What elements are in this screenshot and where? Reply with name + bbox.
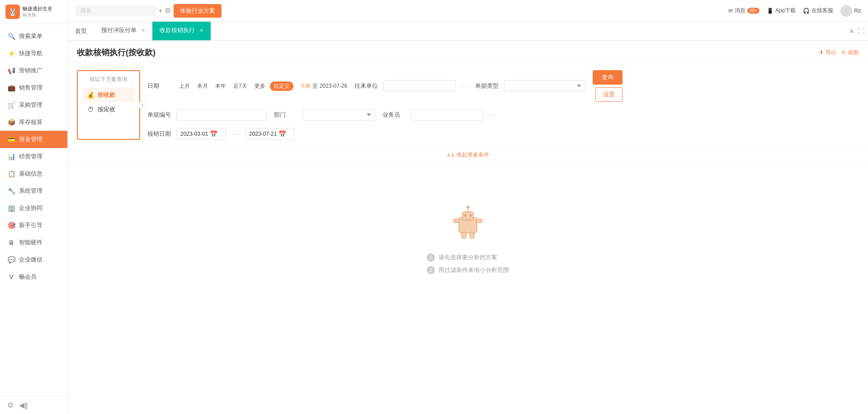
collapse-up-icon: ∧∧ <box>447 152 455 158</box>
sidebar-item-system[interactable]: 🔧 系统管理 <box>0 182 67 200</box>
page-header-actions: ⬆ 导出 ↻ 刷新 <box>819 49 859 57</box>
sidebar-item-hardware[interactable]: 🖥 智能硬件 <box>0 234 67 251</box>
query-button[interactable]: 查询 <box>593 70 623 85</box>
tip-text-2: 用过滤条件来缩小分析范围 <box>439 266 509 274</box>
svg-point-5 <box>469 214 472 217</box>
staff-input[interactable] <box>411 109 484 121</box>
doc-no-label: 单据编号 <box>147 111 173 119</box>
header-gear-icon[interactable]: ⚙ <box>165 6 171 15</box>
date-label: 日期 <box>147 82 173 90</box>
sidebar-icon-member: V <box>7 273 15 281</box>
export-icon: ⬆ <box>819 49 824 56</box>
date-range-separator: — <box>232 130 239 138</box>
tab-prepay-close[interactable]: ✕ <box>141 28 145 33</box>
message-label: 消息 <box>735 7 745 14</box>
app-logo-icon: 🐰 <box>5 5 20 19</box>
sidebar-bottom: ⚙ ◀‖ <box>0 396 67 414</box>
date-tab-this-year[interactable]: 本年 <box>212 81 229 91</box>
sidebar-item-quick-nav[interactable]: ⚡ 快捷导航 <box>0 45 67 62</box>
filter-option-by-receivable[interactable]: ⏱ 按应收 <box>82 102 135 117</box>
settings-bottom-icon[interactable]: ⚙ <box>7 401 14 409</box>
date-tab-7days[interactable]: 近7天 <box>231 81 250 91</box>
filter-row-1: 日期 上月 本月 本年 近7天 更多 自定义 <box>147 70 859 102</box>
header-dropdown-icon[interactable]: ▾ <box>159 8 162 14</box>
svg-point-4 <box>464 214 467 217</box>
staff-more-icon[interactable]: ··· <box>487 111 496 119</box>
staff-label: 业务员 <box>382 111 408 119</box>
writeoff-date-end[interactable]: 2023-07-21 📅 <box>245 128 295 140</box>
message-badge: 99+ <box>747 8 760 14</box>
app-download-link[interactable]: 📱 App下载 <box>767 7 796 14</box>
tab-bar-right: ✕ ⛶ <box>849 22 868 40</box>
sidebar-icon-finance: 💳 <box>7 135 15 143</box>
sidebar-item-cooperation[interactable]: 🏢 企业协同 <box>0 200 67 217</box>
industry-btn[interactable]: 体验行业方案 <box>174 4 222 18</box>
app-subtitle: 标准版 <box>23 12 52 18</box>
sidebar-item-guide[interactable]: 🎯 新手引导 <box>0 217 67 234</box>
svg-text:🐰: 🐰 <box>8 8 17 16</box>
date-tab-custom[interactable]: 自定义 <box>270 81 293 91</box>
sidebar-item-marketing[interactable]: 📢 营销推广 <box>0 62 67 79</box>
sidebar-item-wechat[interactable]: 💬 企业微信 <box>0 251 67 268</box>
date-tab-more[interactable]: 更多 <box>252 81 268 91</box>
tab-prepay[interactable]: 预付冲应付单 ✕ <box>94 22 152 40</box>
tab-home[interactable]: 首页 <box>68 22 94 40</box>
calendar-end-icon: 📅 <box>278 130 286 138</box>
user-area[interactable]: Rit <box>840 5 861 17</box>
receipt-icon: 💰 <box>86 90 95 100</box>
doc-type-select[interactable] <box>504 80 585 92</box>
sidebar-item-basic-info[interactable]: 📋 基础信息 <box>0 165 67 182</box>
filter-panel-collapse-btn[interactable]: « <box>138 101 146 109</box>
sidebar-icon-wechat: 💬 <box>7 256 15 264</box>
sidebar-item-operations[interactable]: 📊 经营管理 <box>0 148 67 165</box>
sidebar-label-operations: 经营管理 <box>19 152 42 161</box>
contact-input[interactable] <box>383 80 456 92</box>
svg-rect-8 <box>462 232 466 238</box>
collapse-sidebar-icon[interactable]: ◀‖ <box>19 401 28 409</box>
date-tab-last-month[interactable]: 上月 <box>176 81 193 91</box>
online-service-link[interactable]: 🎧 在线客服 <box>803 7 833 14</box>
sidebar-item-inventory[interactable]: 📦 库存核算 <box>0 114 67 131</box>
sidebar-label-marketing: 营销推广 <box>19 67 42 75</box>
sidebar-label-finance: 资金管理 <box>19 135 42 143</box>
sidebar-icon-inventory: 📦 <box>7 118 15 126</box>
sidebar-item-member[interactable]: V 畅会员 <box>0 268 67 286</box>
sidebar-nav: 🔍 搜索菜单 ⚡ 快捷导航 📢 营销推广 💼 销售管理 🛒 采购管理 📦 库存核… <box>0 24 67 396</box>
search-box[interactable]: 搜索 <box>75 5 156 16</box>
sidebar-item-finance[interactable]: 💳 资金管理 <box>0 131 67 148</box>
filter-left-panel: 按以下方案查询 💰 按收款 ⏱ 按应收 « <box>77 70 140 140</box>
doc-type-filter-group: 单据类型 <box>475 80 585 92</box>
filter-option-by-receipt[interactable]: 💰 按收款 <box>82 88 135 102</box>
writeoff-end-value: 2023-07-21 <box>249 131 277 137</box>
collapse-more-btn[interactable]: ∧∧ 收起更多条件 <box>447 151 489 159</box>
date-tab-this-month[interactable]: 本月 <box>194 81 211 91</box>
writeoff-date-start[interactable]: 2023-03-01 📅 <box>176 128 226 140</box>
sidebar-item-purchase[interactable]: 🛒 采购管理 <box>0 96 67 114</box>
home-tab-label: 首页 <box>75 27 87 35</box>
filter-fields: 日期 上月 本月 本年 近7天 更多 自定义 <box>147 70 859 140</box>
empty-tip-1: 1 请先选择要分析的方案 <box>427 253 509 262</box>
settings-button[interactable]: 设置 <box>595 87 623 102</box>
tab-receipt-writeoff[interactable]: 收款核销执行 ✕ <box>152 22 211 40</box>
sidebar-item-sales[interactable]: 💼 销售管理 <box>0 79 67 96</box>
export-button[interactable]: ⬆ 导出 <box>819 49 836 57</box>
doc-no-filter-group: 单据编号 <box>147 109 267 121</box>
tab-close-all-icon[interactable]: ✕ <box>849 28 854 35</box>
empty-state: 1 请先选择要分析的方案 2 用过滤条件来缩小分析范围 <box>68 163 868 310</box>
query-buttons: 查询 设置 <box>593 70 623 102</box>
sidebar-item-search[interactable]: 🔍 搜索菜单 <box>0 28 67 45</box>
contact-more-icon[interactable]: ··· <box>459 82 468 90</box>
doc-no-input[interactable] <box>176 109 267 121</box>
filter-collapse-row: ∧∧ 收起更多条件 <box>68 148 868 163</box>
svg-rect-7 <box>476 219 482 223</box>
message-area[interactable]: ✉ 消息 99+ <box>728 7 760 14</box>
sidebar-label-wechat: 企业微信 <box>19 256 42 264</box>
tab-expand-icon[interactable]: ⛶ <box>858 28 864 35</box>
tip-num-1: 1 <box>427 253 435 262</box>
dept-select[interactable] <box>303 109 375 121</box>
sidebar-label-cooperation: 企业协同 <box>19 204 42 212</box>
tab-receipt-close[interactable]: ✕ <box>199 28 203 33</box>
sidebar-label-system: 系统管理 <box>19 187 42 195</box>
filter-row-3: 核销日期 2023-03-01 📅 — 2023-07-21 📅 <box>147 128 859 140</box>
refresh-button[interactable]: ↻ 刷新 <box>842 49 859 57</box>
